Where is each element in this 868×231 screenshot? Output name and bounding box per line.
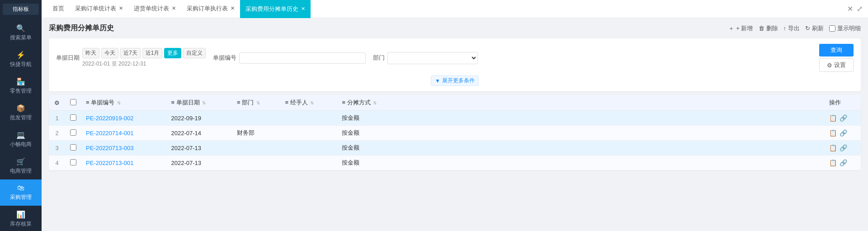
col-split-method[interactable]: ≡ 分摊方式 ⇅ bbox=[337, 95, 825, 111]
search-button[interactable]: 查询 bbox=[819, 44, 854, 57]
export-button[interactable]: ↑ 导出 bbox=[783, 24, 800, 33]
col-split-method-label: ≡ 分摊方式 bbox=[342, 99, 370, 106]
tab-close-icon[interactable]: ✕ bbox=[172, 5, 176, 11]
row-select-checkbox[interactable] bbox=[70, 114, 76, 121]
header-actions: ＋ + 新增 🗑 删除 ↑ 导出 ↻ 刷新 显示明细 bbox=[728, 24, 861, 33]
date-btn-1month[interactable]: 近1月 bbox=[142, 48, 163, 58]
tab-close-active-icon[interactable]: ✕ bbox=[301, 6, 305, 12]
select-all-checkbox[interactable] bbox=[70, 99, 76, 105]
close-window-icon[interactable]: ✕ bbox=[847, 5, 853, 13]
doc-no-link[interactable]: PE-20220713-003 bbox=[86, 145, 134, 151]
refresh-button[interactable]: ↻ 刷新 bbox=[805, 24, 824, 33]
row-dept: 财务部 bbox=[232, 126, 280, 141]
filter-panel: 单据日期 昨天 今天 近7天 近1月 更多 自定义 2022-01-01 至 2… bbox=[49, 38, 861, 91]
gear-icon: ⚙ bbox=[827, 62, 832, 69]
row-doc-date: 2022-07-13 bbox=[167, 141, 232, 156]
tab-purchase-order-stat[interactable]: 采购订单统计表 ✕ bbox=[70, 0, 128, 18]
tab-label: 采购订单执行表 bbox=[187, 5, 228, 13]
tab-home[interactable]: 首页 bbox=[47, 0, 70, 18]
sidebar-item-ecommerce-small[interactable]: 💻 小畅电商 bbox=[0, 126, 42, 153]
date-btn-more[interactable]: 更多 bbox=[164, 48, 181, 58]
tab-close-icon[interactable]: ✕ bbox=[119, 5, 123, 11]
date-btn-today[interactable]: 今天 bbox=[101, 48, 118, 58]
row-doc-no: PE-20220713-003 bbox=[81, 141, 167, 156]
sidebar-item-purchase[interactable]: 🛍 采购管理 bbox=[0, 179, 42, 206]
row-select-checkbox[interactable] bbox=[70, 159, 76, 165]
sidebar-item-label: 采购管理 bbox=[10, 193, 32, 201]
sidebar: 指标板 🔍 搜索菜单 ⚡ 快捷导航 🏪 零售管理 📦 批发管理 💻 小畅电商 🛒… bbox=[0, 0, 42, 231]
search-icon: 🔍 bbox=[16, 24, 25, 33]
row-dept bbox=[232, 141, 280, 156]
row-checkbox bbox=[65, 111, 81, 126]
doc-no-link[interactable]: PE-20220714-001 bbox=[86, 130, 134, 137]
row-num: 1 bbox=[49, 111, 65, 126]
sidebar-item-label: 小畅电商 bbox=[10, 141, 32, 148]
col-settings[interactable]: ⚙ bbox=[49, 95, 65, 111]
delete-row-icon[interactable]: 🔗 bbox=[840, 129, 847, 137]
row-num: 2 bbox=[49, 126, 65, 141]
row-dept bbox=[232, 111, 280, 126]
export-icon: ↑ bbox=[783, 25, 787, 32]
expand-button[interactable]: ▼ 展开更多条件 bbox=[431, 75, 479, 86]
laptop-icon: 💻 bbox=[16, 131, 25, 139]
sidebar-item-inventory[interactable]: 📊 库存核算 bbox=[0, 206, 42, 231]
sidebar-item-label: 快捷导航 bbox=[10, 61, 32, 68]
refresh-icon: ↻ bbox=[805, 25, 810, 32]
setting-button[interactable]: ⚙ 设置 bbox=[819, 58, 854, 72]
delete-row-icon[interactable]: 🔗 bbox=[840, 159, 847, 166]
row-actions: 📋 🔗 bbox=[825, 156, 861, 170]
row-split-method: 按金额 bbox=[337, 111, 825, 126]
delete-row-icon[interactable]: 🔗 bbox=[840, 114, 847, 122]
row-handler bbox=[280, 126, 337, 141]
sidebar-item-label: 批发管理 bbox=[10, 114, 32, 122]
expand-window-icon[interactable]: ⤢ bbox=[857, 5, 863, 13]
table-header-row: ⚙ ≡ 单据编号 ⇅ ≡ 单据日期 ⇅ bbox=[49, 95, 861, 111]
tab-label: 采购费用分摊单历史 bbox=[245, 5, 298, 13]
date-btn-7days[interactable]: 近7天 bbox=[120, 48, 141, 58]
col-dept[interactable]: ≡ 部门 ⇅ bbox=[232, 95, 280, 111]
tab-close-icon[interactable]: ✕ bbox=[231, 5, 235, 11]
page-body: 采购费用分摊单历史 ＋ + 新增 🗑 删除 ↑ 导出 ↻ 刷新 bbox=[42, 18, 868, 231]
row-select-checkbox[interactable] bbox=[70, 144, 76, 151]
row-select-checkbox[interactable] bbox=[70, 129, 76, 136]
edit-row-icon[interactable]: 📋 bbox=[829, 129, 837, 137]
cart-icon: 🛒 bbox=[16, 157, 25, 166]
sort-icon: ⇅ bbox=[310, 100, 314, 105]
sidebar-item-search[interactable]: 🔍 搜索菜单 bbox=[0, 19, 42, 46]
delete-row-icon[interactable]: 🔗 bbox=[840, 144, 847, 151]
main-content: 首页 采购订单统计表 ✕ 进货单统计表 ✕ 采购订单执行表 ✕ 采购费用分摊单历… bbox=[42, 0, 868, 231]
settings-icon[interactable]: ⚙ bbox=[54, 99, 60, 106]
docno-input[interactable] bbox=[239, 52, 366, 64]
add-icon: ＋ bbox=[728, 24, 734, 33]
delete-button[interactable]: 🗑 删除 bbox=[759, 24, 778, 33]
sidebar-item-wholesale[interactable]: 📦 批发管理 bbox=[0, 99, 42, 126]
edit-row-icon[interactable]: 📋 bbox=[829, 159, 837, 166]
add-button[interactable]: ＋ + 新增 bbox=[728, 24, 753, 33]
col-handler[interactable]: ≡ 经手人 ⇅ bbox=[280, 95, 337, 111]
add-label: + 新增 bbox=[736, 24, 753, 33]
row-doc-date: 2022-07-14 bbox=[167, 126, 232, 141]
sidebar-item-shortcut[interactable]: ⚡ 快捷导航 bbox=[0, 46, 42, 73]
doc-no-link[interactable]: PE-20220919-002 bbox=[86, 115, 134, 122]
date-btn-yesterday[interactable]: 昨天 bbox=[82, 48, 99, 58]
edit-row-icon[interactable]: 📋 bbox=[829, 144, 837, 151]
edit-row-icon[interactable]: 📋 bbox=[829, 114, 837, 122]
doc-no-link[interactable]: PE-20220713-001 bbox=[86, 160, 134, 166]
show-columns-checkbox[interactable] bbox=[829, 25, 835, 32]
page-title: 采购费用分摊单历史 bbox=[49, 24, 114, 33]
tab-purchase-order-exec[interactable]: 采购订单执行表 ✕ bbox=[181, 0, 240, 18]
sidebar-item-ecommerce[interactable]: 🛒 电商管理 bbox=[0, 153, 42, 179]
table-body: 1 PE-20220919-002 2022-09-19 按金额 📋 🔗 2 P… bbox=[49, 111, 861, 170]
shopping-icon: 🛍 bbox=[17, 184, 24, 192]
date-label: 单据日期 bbox=[56, 54, 80, 62]
sidebar-item-retail[interactable]: 🏪 零售管理 bbox=[0, 73, 42, 99]
date-btn-custom[interactable]: 自定义 bbox=[183, 48, 206, 58]
col-doc-date[interactable]: ≡ 单据日期 ⇅ bbox=[167, 95, 232, 111]
col-doc-no[interactable]: ≡ 单据编号 ⇅ bbox=[81, 95, 167, 111]
tab-label: 采购订单统计表 bbox=[75, 5, 116, 13]
tab-purchase-fee-history[interactable]: 采购费用分摊单历史 ✕ bbox=[240, 0, 311, 18]
show-columns-toggle[interactable]: 显示明细 bbox=[829, 24, 861, 33]
tab-inbound-stat[interactable]: 进货单统计表 ✕ bbox=[128, 0, 181, 18]
dept-select[interactable] bbox=[387, 52, 478, 64]
sidebar-item-label: 电商管理 bbox=[10, 167, 32, 175]
